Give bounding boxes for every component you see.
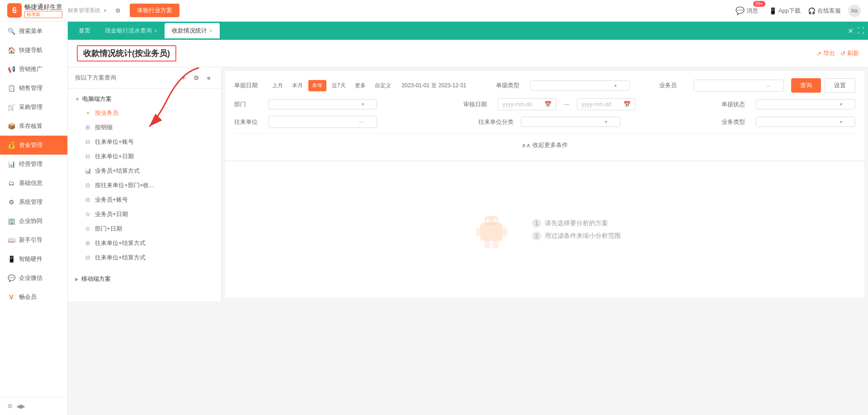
collapse-sidebar-btn[interactable]: ◀▶	[16, 403, 25, 410]
tab-maximize-btn[interactable]: ⛶	[857, 27, 864, 35]
record-status-select[interactable]: ▾	[756, 99, 855, 109]
svg-point-3	[493, 219, 497, 222]
date-btn-custom[interactable]: 自定义	[371, 80, 395, 91]
settings-icon[interactable]: ⚙	[7, 403, 13, 410]
scheme-label-dept-date: 部门+日期	[95, 225, 122, 233]
scheme-item-salesperson-acct[interactable]: ⊟ 业务员+账号	[68, 193, 221, 207]
panel-gear-btn[interactable]: ⚙	[191, 73, 201, 83]
scheme-item-unit-account[interactable]: ⊟ 往来单位+账号	[68, 135, 221, 149]
sidebar-item-quicknav[interactable]: 🏠 快捷导航	[0, 41, 67, 60]
breadcrumb-dropdown[interactable]: ▾	[104, 8, 106, 13]
tab-collection[interactable]: 收款情况统计 ✕	[165, 23, 220, 38]
sidebar-item-operations[interactable]: 📊 经营管理	[0, 155, 67, 174]
scheme-item-unit-date[interactable]: ⊟ 往来单位+日期	[68, 149, 221, 164]
panel-controls: + ⚙ «	[179, 73, 214, 83]
audit-date-to[interactable]: yyyy-mm-dd 📅	[577, 98, 636, 110]
export-icon: ↗	[816, 50, 821, 57]
refresh-btn[interactable]: ↺ 刷新	[840, 49, 859, 57]
date-range-sep: 至	[431, 82, 437, 90]
export-btn[interactable]: ↗ 导出	[816, 49, 835, 57]
settings-btn[interactable]: ⚙	[112, 4, 124, 17]
scheme-item-unit-dept[interactable]: ⊟ 按往来单位+部门+收...	[68, 178, 221, 193]
sidebar-item-member[interactable]: V 畅会员	[0, 288, 67, 307]
salesperson-select[interactable]: ···	[693, 80, 784, 92]
refresh-label: 刷新	[847, 49, 859, 57]
scheme-label-salesperson-acct: 业务员+账号	[95, 196, 128, 204]
wechat-icon: 💬	[7, 274, 15, 282]
scheme-item-detail[interactable]: ⊞ 按明细	[68, 120, 221, 135]
logo-icon: 6	[7, 3, 22, 18]
scheme-label-salesperson: 按业务员	[95, 109, 118, 117]
settings-button[interactable]: 设置	[825, 78, 855, 93]
sidebar-item-wechat[interactable]: 💬 企业微信	[0, 269, 67, 288]
collapse-conditions-btn[interactable]: ∧∧ 收起更多条件	[234, 137, 855, 153]
sidebar-item-enterprise[interactable]: 🏢 企业协同	[0, 212, 67, 231]
sidebar-item-smarthw[interactable]: 📱 智能硬件	[0, 250, 67, 269]
message-btn[interactable]: 💬 消息 99+	[732, 5, 762, 17]
sidebar-item-inventory[interactable]: 📦 库存核算	[0, 117, 67, 136]
audit-date-from[interactable]: yyyy-mm-dd 📅	[498, 98, 557, 110]
tab-collection-close[interactable]: ✕	[209, 28, 212, 33]
panel-add-btn[interactable]: +	[179, 73, 189, 83]
sidebar-item-sales[interactable]: 📋 销售管理	[0, 79, 67, 98]
counterparty-type-label: 往来单位分类	[478, 118, 514, 126]
sidebar-item-search[interactable]: 🔍 搜索菜单	[0, 22, 67, 41]
scheme-item-unit-payment2[interactable]: ⊟ 往来单位+结算方式	[68, 250, 221, 265]
dept-select[interactable]: ▾	[269, 99, 377, 109]
date-btn-this-year[interactable]: 本年	[308, 80, 326, 91]
scheme-item-unit-payment1[interactable]: ⊞ 往来单位+结算方式	[68, 236, 221, 250]
counterparty-type-select[interactable]: ▾	[521, 117, 620, 127]
scheme-group-mobile-header[interactable]: ▶ 移动端方案	[68, 272, 221, 286]
date-btn-more[interactable]: 更多	[351, 80, 369, 91]
record-type-select[interactable]: ▾	[530, 80, 630, 91]
audit-from-placeholder: yyyy-mm-dd	[503, 101, 532, 108]
empty-tips: 1 请先选择要分析的方案 2 用过滤条件来缩小分析范围	[532, 219, 621, 241]
sidebar-label-sales: 销售管理	[19, 84, 42, 92]
inventory-icon: 📦	[7, 122, 15, 130]
detail-icon: ⊞	[84, 124, 91, 131]
sidebar-item-marketing[interactable]: 📢 营销推广	[0, 60, 67, 79]
sidebar-item-basic[interactable]: 🗂 基础信息	[0, 174, 67, 193]
scheme-group-desktop-header[interactable]: ▼ 电脑端方案	[68, 92, 221, 106]
sidebar-footer: ⚙ ◀▶	[0, 397, 67, 415]
tab-close-all-btn[interactable]: ✕	[848, 27, 854, 35]
online-service-btn[interactable]: 🎧 在线客服	[808, 7, 841, 15]
scheme-label-unit-payment1: 往来单位+结算方式	[95, 239, 146, 247]
tip-item-2: 2 用过滤条件来缩小分析范围	[532, 231, 621, 241]
scheme-item-salesperson[interactable]: 🔸 按业务员	[68, 106, 221, 120]
desktop-group-label: 电脑端方案	[82, 95, 112, 103]
page-header: 收款情况统计(按业务员) ↗ 导出 ↺ 刷新	[68, 40, 868, 67]
date-btn-this-month[interactable]: 本月	[288, 80, 307, 91]
scheme-item-dept-date[interactable]: ⊙ 部门+日期	[68, 222, 221, 236]
scheme-item-salesperson-date[interactable]: ⊙ 业务员+日期	[68, 207, 221, 222]
tab-bank-close[interactable]: ✕	[154, 28, 157, 33]
counterparty-select[interactable]: ···	[269, 116, 377, 128]
unit-payment1-icon: ⊞	[84, 240, 91, 247]
sidebar-label-operations: 经营管理	[19, 160, 42, 168]
content-split: 按以下方案查询 + ⚙ « ▼ 电脑端方案 🔸	[68, 67, 868, 301]
sidebar-item-system[interactable]: ⚙ 系统管理	[0, 193, 67, 212]
panel-collapse-btn[interactable]: «	[204, 73, 214, 83]
svg-rect-6	[485, 241, 490, 248]
sidebar-item-guide[interactable]: 📖 新手引导	[0, 231, 67, 250]
empty-state-area: 1 请先选择要分析的方案 2 用过滤条件来缩小分析范围	[225, 162, 864, 297]
tab-home[interactable]: 首页	[71, 23, 98, 38]
trial-button[interactable]: 体验行业方案	[130, 4, 179, 17]
sidebar-item-finance[interactable]: 💰 资金管理	[0, 136, 67, 155]
scheme-item-salesperson-payment[interactable]: 📊 业务员+结算方式	[68, 164, 221, 178]
scheme-group-desktop: ▼ 电脑端方案 🔸 按业务员 ⊞ 按明细 ⊟	[68, 89, 221, 269]
date-btn-last-month[interactable]: 上月	[269, 80, 287, 91]
tab-bank-label: 现金银行流水查询	[105, 27, 152, 35]
business-type-select[interactable]: ▾	[756, 117, 855, 127]
mobile-expand-icon: ▶	[75, 277, 79, 282]
query-button[interactable]: 查询	[791, 78, 821, 93]
breadcrumb-text: 财务管理系统	[68, 7, 100, 14]
message-badge: 99+	[753, 1, 765, 7]
date-btn-7days[interactable]: 近7天	[328, 80, 349, 91]
sidebar-item-purchase[interactable]: 🛒 采购管理	[0, 98, 67, 117]
user-avatar[interactable]: Rit	[848, 5, 861, 17]
sidebar-label-inventory: 库存核算	[19, 122, 42, 130]
tab-bank[interactable]: 现金银行流水查询 ✕	[98, 23, 165, 38]
app-download-btn[interactable]: 📱 App下载	[769, 7, 801, 15]
marketing-icon: 📢	[7, 65, 15, 73]
